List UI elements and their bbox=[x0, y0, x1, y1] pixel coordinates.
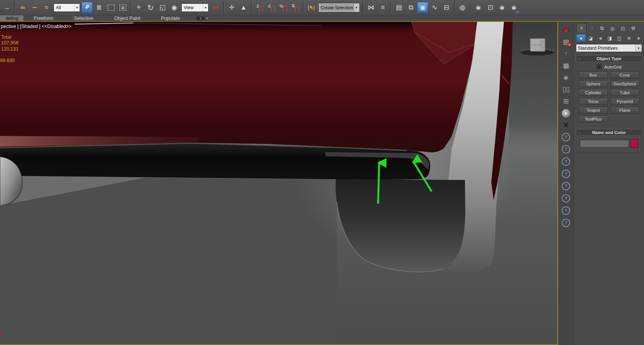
teapot-icon[interactable] bbox=[559, 25, 572, 35]
help-icon[interactable]: ? bbox=[562, 157, 570, 166]
delete-x-icon: × bbox=[567, 43, 571, 47]
help-icon[interactable]: ? bbox=[562, 194, 570, 203]
ribbon-tab-deling[interactable]: deling bbox=[0, 15, 23, 21]
category-shapes[interactable]: ◪ bbox=[586, 34, 595, 42]
help-icon[interactable]: ? bbox=[562, 182, 570, 190]
ribbon-tab-object-paint[interactable]: Object Paint bbox=[104, 15, 151, 21]
primitive-button-plane[interactable]: Plane bbox=[610, 106, 640, 114]
select-and-link-icon[interactable]: ∞ bbox=[17, 2, 28, 13]
primitive-button-sphere[interactable]: Sphere bbox=[579, 80, 608, 87]
primitive-button-cone[interactable]: Cone bbox=[610, 71, 640, 78]
ribbon-tab-selection[interactable]: Selection bbox=[64, 15, 104, 21]
category-geometry[interactable]: ● bbox=[576, 34, 586, 42]
mirror-icon[interactable]: ⋈ bbox=[365, 2, 377, 13]
select-and-rotate-icon[interactable]: ↻ bbox=[145, 2, 156, 13]
primitive-button-pyramid[interactable]: Pyramid bbox=[610, 98, 640, 105]
category-systems[interactable]: ∗ bbox=[634, 34, 643, 42]
render-in-cloud-icon[interactable]: ☁ bbox=[509, 2, 520, 13]
viewcube-front-label[interactable]: FRONT bbox=[532, 43, 542, 47]
use-pivot-point-center-icon[interactable]: ♦♦ bbox=[210, 2, 221, 13]
primitive-button-textplus[interactable]: TextPlus bbox=[579, 115, 608, 123]
select-object-button[interactable] bbox=[82, 2, 93, 13]
redo-icon[interactable]: → bbox=[1, 2, 12, 13]
select-by-name-icon[interactable]: ≣ bbox=[93, 2, 104, 13]
chevron-down-icon[interactable]: ▾ bbox=[206, 15, 208, 21]
name-color-rollout-header[interactable]: - Name and Color bbox=[576, 129, 642, 136]
object-color-swatch[interactable] bbox=[630, 139, 639, 148]
object-type-rollout-header[interactable]: - Object Type bbox=[576, 55, 642, 62]
toggle-ribbon-icon[interactable]: ▣ bbox=[417, 2, 428, 13]
percent-snap-toggle-icon[interactable]: %⋂ bbox=[278, 2, 289, 13]
rectangular-selection-region-icon[interactable] bbox=[105, 2, 116, 13]
select-and-manipulate-icon[interactable]: ✛ bbox=[226, 2, 237, 13]
collapse-icon[interactable]: - bbox=[579, 56, 580, 61]
tab-utilities[interactable]: ⚒ bbox=[628, 24, 638, 33]
select-and-move-icon[interactable]: + bbox=[133, 2, 144, 13]
ribbon-tab-populate[interactable]: Populate bbox=[151, 15, 190, 21]
viewport-label[interactable]: pective ] [Shaded ] <<Disabled>> bbox=[1, 24, 72, 29]
primitive-button-geosphere[interactable]: GeoSphere bbox=[610, 80, 640, 87]
tab-create[interactable]: ☀ bbox=[576, 23, 587, 33]
primitive-button-teapot[interactable]: Teapot bbox=[579, 106, 608, 114]
tab-motion[interactable]: ◎ bbox=[607, 24, 618, 33]
schematic-view-icon[interactable]: ⊟ bbox=[441, 2, 452, 13]
primitive-button-cylinder[interactable]: Cylinder bbox=[579, 89, 608, 96]
primitive-category-dropdown[interactable]: Standard Primitives ▾ bbox=[576, 44, 642, 52]
help-icon[interactable]: ? bbox=[562, 145, 570, 154]
primitive-button-tube[interactable]: Tube bbox=[610, 89, 640, 96]
select-and-place-icon[interactable]: ◉ bbox=[169, 2, 180, 13]
help-icon[interactable]: ? bbox=[562, 219, 570, 227]
play-icon[interactable]: ▶ bbox=[559, 108, 572, 118]
keyboard-shortcut-override-icon[interactable]: ▲ bbox=[238, 2, 249, 13]
selection-filter-dropdown[interactable]: All▾ bbox=[54, 3, 80, 12]
chevron-down-icon[interactable]: ▾ bbox=[203, 4, 208, 11]
category-lights[interactable]: ◄ bbox=[595, 34, 605, 42]
ribbon-tab-freeform[interactable]: Freeform bbox=[23, 15, 64, 21]
render-production-icon[interactable] bbox=[497, 2, 508, 13]
category-cameras[interactable]: ◨ bbox=[605, 34, 615, 42]
select-and-scale-icon[interactable]: ◱ bbox=[157, 2, 168, 13]
help-icon[interactable]: ? bbox=[562, 133, 570, 141]
close-x-icon[interactable]: × bbox=[559, 120, 572, 130]
perspective-viewport[interactable]: FRONT pective ] [Shaded ] <<Disabled>> T… bbox=[0, 22, 558, 345]
primitive-button-box[interactable]: Box bbox=[579, 71, 608, 78]
chevron-down-icon[interactable]: ▾ bbox=[635, 44, 642, 52]
manage-layers-icon[interactable]: ⧉ bbox=[405, 2, 416, 13]
tab-hierarchy[interactable]: ⧉ bbox=[597, 24, 607, 33]
align-icon[interactable]: ≡ bbox=[377, 2, 388, 13]
window-crossing-toggle-icon[interactable]: ▧ bbox=[117, 2, 128, 13]
tab-modify[interactable]: ◔ bbox=[587, 24, 597, 33]
help-icon[interactable]: ? bbox=[562, 170, 570, 178]
ribbon-collapse-button[interactable]: ▾ bbox=[196, 15, 205, 21]
chevron-down-icon[interactable]: ▾ bbox=[354, 4, 359, 11]
angle-snap-toggle-icon[interactable]: ∠⋂ bbox=[266, 2, 277, 13]
scene-explorer-icon[interactable]: ▤ bbox=[393, 2, 404, 13]
reference-coordinate-system-dropdown[interactable]: View▾ bbox=[181, 3, 209, 12]
bind-to-space-warp-icon[interactable]: ≈ bbox=[41, 2, 52, 13]
named-selection-set-combo[interactable]: Create Selection Se▾ bbox=[319, 3, 359, 12]
edit-named-selection-sets-icon[interactable]: {✎} bbox=[306, 2, 317, 13]
dual-panels-icon[interactable]: ▯▯ bbox=[559, 84, 572, 95]
unlink-selection-icon[interactable]: ∽ bbox=[29, 2, 40, 13]
collapse-icon[interactable]: - bbox=[579, 130, 580, 135]
tab-display[interactable]: ⊡ bbox=[618, 24, 628, 33]
snap-toggle-3d-icon[interactable]: 3⋂ bbox=[254, 2, 265, 13]
checker-pattern-icon[interactable]: ▩ bbox=[559, 60, 572, 71]
autogrid-up-icon[interactable]: ↑ bbox=[559, 49, 572, 59]
help-icon[interactable]: ? bbox=[562, 206, 570, 215]
object-name-field[interactable] bbox=[579, 139, 629, 147]
rendered-frame-window-icon[interactable]: ⊡ bbox=[485, 2, 496, 13]
category-space-warps[interactable]: ≋ bbox=[624, 34, 634, 42]
chevron-down-icon[interactable]: ▾ bbox=[74, 4, 80, 11]
plane-move-icon[interactable]: ◈ bbox=[559, 72, 572, 83]
category-helpers[interactable]: ◫ bbox=[615, 34, 624, 42]
delete-box-icon[interactable]: ▤× bbox=[559, 37, 572, 47]
cloud-icon: ☁ bbox=[515, 8, 520, 14]
autogrid-checkbox[interactable] bbox=[597, 64, 602, 69]
spinner-snap-toggle-icon[interactable]: ⇅⋂ bbox=[290, 2, 301, 13]
material-editor-icon[interactable]: ◍ bbox=[457, 2, 468, 13]
curve-editor-icon[interactable]: ∿ bbox=[429, 2, 440, 13]
render-setup-icon[interactable] bbox=[473, 2, 484, 13]
lattice-cube-icon[interactable]: ⊞ bbox=[559, 96, 572, 106]
primitive-button-torus[interactable]: Torus bbox=[579, 98, 608, 105]
